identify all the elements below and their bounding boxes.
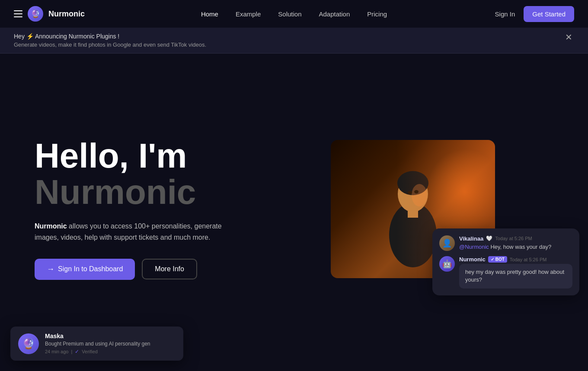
chat-bot-header: Nurmonic ✓ BOT Today at 5:26 PM [459, 256, 572, 263]
hero-right: 👤 Vikalinaa 🤍 Today at 5:26 PM @Nurmonic… [272, 140, 553, 278]
hero-description: Nurmonic allows you to access 100+ perso… [35, 221, 233, 243]
hamburger-icon[interactable] [14, 10, 22, 17]
get-started-button[interactable]: Get Started [524, 6, 574, 22]
chat-bot-message: 🤖 Nurmonic ✓ BOT Today at 5:26 PM hey my… [439, 256, 572, 288]
navbar: 🔮 Nurmonic Home Example Solution Adaptat… [0, 0, 588, 28]
verified-icon: ✓ [75, 349, 79, 355]
chat-user-message: 👤 Vikalinaa 🤍 Today at 5:26 PM @Nurmonic… [439, 235, 572, 251]
sign-in-link[interactable]: Sign In [495, 10, 515, 18]
user-avatar: 👤 [439, 235, 455, 251]
toast-content: Maska Bought Premium and using AI person… [45, 333, 150, 355]
more-info-button[interactable]: More Info [142, 259, 197, 279]
hero-heading-line2: Nurmonic [35, 174, 272, 210]
toast-meta: 24 min ago | ✓ Verified [45, 349, 150, 355]
sign-in-dashboard-button[interactable]: → Sign In to Dashboard [35, 259, 135, 280]
hero-left: Hello, I'm Nurmonic Nurmonic allows you … [35, 138, 272, 279]
bot-badge: ✓ BOT [488, 256, 507, 263]
arrow-icon: → [47, 265, 54, 274]
nav-link-home[interactable]: Home [201, 10, 218, 18]
chat-user-content: Vikalinaa 🤍 Today at 5:26 PM @Nurmonic H… [459, 235, 551, 251]
chat-bot-time: Today at 5:26 PM [510, 257, 547, 262]
hero-buttons: → Sign In to Dashboard More Info [35, 259, 272, 280]
nurmonic-mention: @Nurmonic [459, 244, 489, 250]
chat-overlay: 👤 Vikalinaa 🤍 Today at 5:26 PM @Nurmonic… [432, 228, 579, 295]
nav-links: Home Example Solution Adaptation Pricing [201, 10, 387, 18]
logo-icon: 🔮 [28, 6, 43, 22]
heart-icon: 🤍 [486, 235, 492, 241]
announcement-text: Hey ⚡ Announcing Nurmonic Plugins ! Gene… [14, 33, 206, 48]
hero-section: Hello, I'm Nurmonic Nurmonic allows you … [0, 54, 588, 355]
chat-user-text: @Nurmonic Hey, how was your day? [459, 243, 551, 251]
chat-user-time: Today at 5:26 PM [495, 236, 532, 241]
chat-bot-text: hey my day was pretty good! how about yo… [465, 268, 566, 284]
toast-name: Maska [45, 333, 150, 339]
nav-link-solution[interactable]: Solution [278, 10, 301, 18]
nav-link-adaptation[interactable]: Adaptation [319, 10, 350, 18]
toast-description: Bought Premium and using AI personality … [45, 341, 150, 347]
bot-reply-bubble: hey my day was pretty good! how about yo… [459, 264, 572, 288]
chat-username: Vikalinaa [459, 235, 483, 242]
nav-link-pricing[interactable]: Pricing [367, 10, 387, 18]
toast-avatar: 🔮 [18, 333, 39, 354]
verified-label: Verified [82, 349, 98, 354]
hero-brand-mention: Nurmonic [35, 222, 67, 230]
chat-bot-content: Nurmonic ✓ BOT Today at 5:26 PM hey my d… [459, 256, 572, 288]
chat-user-header: Vikalinaa 🤍 Today at 5:26 PM [459, 235, 551, 242]
nav-link-example[interactable]: Example [236, 10, 261, 18]
hero-heading-line1: Hello, I'm [35, 138, 272, 174]
close-announcement-button[interactable]: ✕ [563, 33, 574, 41]
bot-avatar: 🤖 [439, 256, 455, 272]
brand-name: Nurmonic [48, 10, 85, 19]
announcement-banner: Hey ⚡ Announcing Nurmonic Plugins ! Gene… [0, 28, 588, 54]
toast-time: 24 min ago [45, 349, 68, 354]
announcement-subtitle: Generate videos, make it find photos in … [14, 41, 206, 48]
announcement-title: Hey ⚡ Announcing Nurmonic Plugins ! [14, 33, 206, 40]
navbar-left: 🔮 Nurmonic [14, 6, 85, 22]
navbar-right: Sign In Get Started [495, 6, 574, 22]
social-proof-toast: 🔮 Maska Bought Premium and using AI pers… [10, 327, 183, 361]
bot-username: Nurmonic [459, 256, 486, 263]
